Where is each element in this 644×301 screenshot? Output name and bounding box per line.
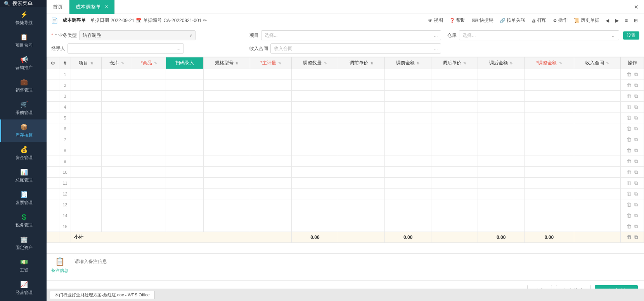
warehouse-input[interactable]: 选择... ... bbox=[459, 30, 619, 40]
cell-goods-7[interactable] bbox=[132, 134, 166, 145]
delete-icon-15[interactable]: 🗑 bbox=[626, 223, 632, 229]
cell-prev-price-10[interactable] bbox=[338, 167, 385, 178]
cell-prev-price-3[interactable] bbox=[338, 91, 385, 102]
cell-after-amount-5[interactable] bbox=[478, 112, 525, 123]
th-prev-amount[interactable]: 调前金额 ⇅ bbox=[385, 57, 431, 69]
calendar-icon[interactable]: 📅 bbox=[136, 18, 142, 23]
cell-project-6[interactable] bbox=[71, 123, 102, 134]
cell-unit-7[interactable] bbox=[250, 134, 292, 145]
cell-after-price-15[interactable] bbox=[431, 221, 478, 232]
cell-project-9[interactable] bbox=[71, 156, 102, 167]
cell-qty-3[interactable] bbox=[292, 91, 338, 102]
cell-unit-3[interactable] bbox=[250, 91, 292, 102]
delete-icon-10[interactable]: 🗑 bbox=[626, 169, 632, 175]
delete-icon-11[interactable]: 🗑 bbox=[626, 180, 632, 186]
cell-qty-2[interactable] bbox=[292, 80, 338, 91]
sidebar-item-project-contract[interactable]: 📋 项目合同 bbox=[0, 29, 47, 52]
cell-unit-13[interactable] bbox=[250, 199, 292, 210]
cell-prev-price-12[interactable] bbox=[338, 189, 385, 199]
cell-unit-11[interactable] bbox=[250, 178, 292, 189]
cell-scan-6[interactable] bbox=[166, 123, 203, 134]
cell-spec-7[interactable] bbox=[204, 134, 250, 145]
cell-scan-5[interactable] bbox=[166, 112, 203, 123]
cell-scan-14[interactable] bbox=[166, 210, 203, 221]
cell-scan-9[interactable] bbox=[166, 156, 203, 167]
cell-adjust-amount-3[interactable] bbox=[525, 91, 574, 102]
cell-project-8[interactable] bbox=[71, 145, 102, 156]
cell-project-12[interactable] bbox=[71, 189, 102, 199]
sidebar-item-invoice-mgmt[interactable]: 🧾 发票管理 bbox=[0, 187, 47, 209]
copy-icon-5[interactable]: ⧉ bbox=[634, 115, 639, 121]
cell-after-price-3[interactable] bbox=[431, 91, 478, 102]
cell-project-7[interactable] bbox=[71, 134, 102, 145]
cell-qty-4[interactable] bbox=[292, 102, 338, 112]
th-prev-price[interactable]: 调前单价 ⇅ bbox=[338, 57, 385, 69]
cell-after-amount-2[interactable] bbox=[478, 80, 525, 91]
cell-warehouse-15[interactable] bbox=[102, 221, 132, 232]
cell-qty-14[interactable] bbox=[292, 210, 338, 221]
copy-icon-3[interactable]: ⧉ bbox=[634, 93, 639, 99]
cell-warehouse-1[interactable] bbox=[102, 69, 132, 80]
cell-spec-10[interactable] bbox=[204, 167, 250, 178]
cell-income-contract-13[interactable] bbox=[574, 199, 620, 210]
cell-spec-3[interactable] bbox=[204, 91, 250, 102]
copy-icon-6[interactable]: ⧉ bbox=[634, 126, 639, 131]
notes-input[interactable] bbox=[73, 257, 639, 271]
edit-icon[interactable]: ✏ bbox=[203, 18, 207, 23]
copy-icon-7[interactable]: ⧉ bbox=[634, 137, 639, 142]
cell-unit-4[interactable] bbox=[250, 102, 292, 112]
agent-input[interactable]: ... bbox=[68, 43, 184, 54]
cell-income-contract-9[interactable] bbox=[574, 156, 620, 167]
tab-close-icon[interactable]: ✕ bbox=[105, 4, 108, 9]
nav-next-btn[interactable]: ▶ bbox=[614, 17, 620, 24]
th-unit[interactable]: *主计量 ⇅ bbox=[250, 57, 292, 69]
cell-goods-3[interactable] bbox=[132, 91, 166, 102]
print-btn[interactable]: 🖨 打印 bbox=[530, 16, 548, 24]
cell-goods-14[interactable] bbox=[132, 210, 166, 221]
delete-icon-4[interactable]: 🗑 bbox=[626, 104, 632, 110]
cell-income-contract-3[interactable] bbox=[574, 91, 620, 102]
cell-qty-9[interactable] bbox=[292, 156, 338, 167]
cell-spec-6[interactable] bbox=[204, 123, 250, 134]
cell-after-price-11[interactable] bbox=[431, 178, 478, 189]
th-goods[interactable]: *商品 ⇅ bbox=[132, 57, 166, 69]
cell-prev-price-11[interactable] bbox=[338, 178, 385, 189]
cell-qty-1[interactable] bbox=[292, 69, 338, 80]
copy-icon-13[interactable]: ⧉ bbox=[634, 202, 639, 208]
cell-prev-price-8[interactable] bbox=[338, 145, 385, 156]
cell-scan-11[interactable] bbox=[166, 178, 203, 189]
cell-warehouse-9[interactable] bbox=[102, 156, 132, 167]
cell-warehouse-12[interactable] bbox=[102, 189, 132, 199]
delete-icon-13[interactable]: 🗑 bbox=[626, 202, 632, 208]
cell-spec-9[interactable] bbox=[204, 156, 250, 167]
cell-spec-8[interactable] bbox=[204, 145, 250, 156]
cell-adjust-amount-5[interactable] bbox=[525, 112, 574, 123]
cell-warehouse-13[interactable] bbox=[102, 199, 132, 210]
cell-scan-12[interactable] bbox=[166, 189, 203, 199]
cell-goods-13[interactable] bbox=[132, 199, 166, 210]
shortcut-btn[interactable]: ⌨ 快捷键 bbox=[470, 16, 495, 24]
cell-income-contract-12[interactable] bbox=[574, 189, 620, 199]
cell-prev-amount-1[interactable] bbox=[385, 69, 431, 80]
cell-income-contract-10[interactable] bbox=[574, 167, 620, 178]
cell-income-contract-11[interactable] bbox=[574, 178, 620, 189]
cell-adjust-amount-6[interactable] bbox=[525, 123, 574, 134]
cell-project-13[interactable] bbox=[71, 199, 102, 210]
cell-project-11[interactable] bbox=[71, 178, 102, 189]
cell-spec-13[interactable] bbox=[204, 199, 250, 210]
cell-unit-12[interactable] bbox=[250, 189, 292, 199]
cell-prev-amount-2[interactable] bbox=[385, 80, 431, 91]
sidebar-item-purchase-mgmt[interactable]: 🛒 采购管理 bbox=[0, 97, 47, 119]
cell-adjust-amount-10[interactable] bbox=[525, 167, 574, 178]
copy-icon-15[interactable]: ⧉ bbox=[634, 223, 639, 229]
cell-project-2[interactable] bbox=[71, 80, 102, 91]
cell-adjust-amount-8[interactable] bbox=[525, 145, 574, 156]
cell-unit-9[interactable] bbox=[250, 156, 292, 167]
delete-icon-7[interactable]: 🗑 bbox=[626, 137, 632, 142]
cell-warehouse-14[interactable] bbox=[102, 210, 132, 221]
cell-unit-8[interactable] bbox=[250, 145, 292, 156]
sidebar-item-ledger-mgmt[interactable]: 📊 总账管理 bbox=[0, 164, 47, 187]
th-scan[interactable]: 扫码录入 bbox=[166, 57, 203, 69]
delete-icon-14[interactable]: 🗑 bbox=[626, 213, 632, 218]
th-project[interactable]: 项目 ⇅ bbox=[71, 57, 102, 69]
